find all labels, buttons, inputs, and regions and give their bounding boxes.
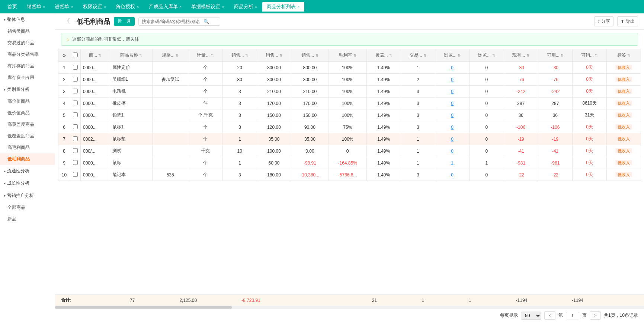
row-browse1[interactable]: 0	[435, 169, 470, 181]
sidebar-item-low-coverage[interactable]: 低覆盖度商品	[0, 130, 55, 142]
sidebar-item-low-value[interactable]: 低价值商品	[0, 107, 55, 119]
sidebar-item-high-value[interactable]: 高价值商品	[0, 96, 55, 107]
close-icon[interactable]: ×	[297, 4, 299, 9]
row-browse1[interactable]: 0	[435, 86, 470, 98]
row-transaction: 1	[401, 62, 435, 74]
row-unit: 个	[188, 121, 222, 133]
col-current-stock[interactable]: 现有... ⇅	[504, 49, 538, 62]
col-code[interactable]: 商... ⇅	[81, 49, 110, 62]
row-browse1[interactable]: 0	[435, 62, 470, 74]
col-coverage[interactable]: 覆盖... ⇅	[366, 49, 401, 62]
sidebar-item-sales-goods[interactable]: 销售类商品	[0, 26, 55, 37]
close-icon[interactable]: ×	[137, 4, 139, 9]
close-icon[interactable]: ×	[71, 4, 73, 9]
row-sales-price: 210.00	[257, 86, 291, 98]
row-sales-price: 35.00	[257, 133, 291, 145]
export-btn[interactable]: ⬆ 导出	[617, 16, 638, 26]
sidebar-item-inventory-capital[interactable]: 库存资金占用	[0, 72, 55, 83]
page-number-input[interactable]	[566, 312, 579, 319]
row-tag: 低收入	[607, 145, 641, 157]
col-gross-margin[interactable]: 毛利率 ⇅	[329, 49, 366, 62]
close-icon[interactable]: ×	[255, 4, 257, 9]
search-icon[interactable]: 🔍	[204, 19, 209, 24]
sidebar-group-category[interactable]: ▾ 类别量分析	[0, 83, 55, 96]
close-icon[interactable]: ×	[222, 4, 224, 9]
sidebar-item-all-goods[interactable]: 全部商品	[0, 202, 55, 213]
horizontal-scrollbar[interactable]	[55, 306, 644, 309]
row-current-stock: -22	[504, 169, 538, 181]
nav-home[interactable]: 首页	[3, 2, 22, 12]
date-filter-btn[interactable]: 近一月	[114, 17, 135, 26]
sidebar-group-overall[interactable]: ▾ 整体信息	[0, 13, 55, 26]
row-sales-qty: 1	[222, 133, 257, 145]
close-icon[interactable]: ×	[43, 4, 45, 9]
nav-product-analysis[interactable]: 商品分析 ×	[230, 2, 262, 12]
row-checkbox[interactable]	[70, 133, 81, 145]
row-sales-amount: 150.00	[291, 109, 329, 121]
sidebar-group-growth[interactable]: ▸ 成长性分析	[0, 177, 55, 189]
row-checkbox[interactable]	[70, 98, 81, 109]
sidebar-group-marketing[interactable]: ▾ 营销推广分析	[0, 189, 55, 202]
next-page-btn[interactable]: ＞	[590, 311, 601, 320]
sidebar-item-traded-goods[interactable]: 交易过的商品	[0, 37, 55, 49]
col-spec[interactable]: 规格... ⇅	[152, 49, 188, 62]
row-checkbox[interactable]	[70, 109, 81, 121]
sidebar-item-low-margin[interactable]: 低毛利商品	[0, 153, 55, 165]
row-current-stock: 287	[504, 98, 538, 109]
nav-template[interactable]: 单据模板设置 ×	[187, 2, 228, 12]
row-checkbox[interactable]	[70, 62, 81, 74]
col-unit[interactable]: 计量... ⇅	[188, 49, 222, 62]
row-browse1[interactable]: 0	[435, 133, 470, 145]
row-name: 测试	[110, 145, 152, 157]
col-available[interactable]: 可用... ⇅	[538, 49, 572, 62]
share-btn[interactable]: ⤴ 分享	[594, 16, 613, 26]
row-saleable: 0天	[572, 145, 606, 157]
col-settings[interactable]: ⚙	[58, 49, 70, 62]
row-checkbox[interactable]	[70, 169, 81, 181]
col-checkbox[interactable]	[70, 49, 81, 62]
col-browse2[interactable]: 浏览... ⇅	[470, 49, 504, 62]
select-all-checkbox[interactable]	[73, 52, 78, 57]
nav-sales[interactable]: 销货单 ×	[22, 2, 49, 12]
col-sales-price[interactable]: 销售... ⇅	[257, 49, 291, 62]
prev-page-btn[interactable]: ＜	[544, 311, 555, 320]
row-browse1[interactable]: 0	[435, 74, 470, 86]
col-saleable[interactable]: 可销... ⇅	[572, 49, 606, 62]
sidebar-item-category-rate[interactable]: 商品分类销售率	[0, 49, 55, 60]
sidebar-item-high-coverage[interactable]: 高覆盖度商品	[0, 119, 55, 130]
col-sales-amount[interactable]: 销售... ⇅	[291, 49, 329, 62]
row-no: 3	[58, 86, 70, 98]
row-checkbox[interactable]	[70, 86, 81, 98]
row-browse1[interactable]: 0	[435, 98, 470, 109]
row-checkbox[interactable]	[70, 74, 81, 86]
sidebar-group-flow[interactable]: ▸ 流通性分析	[0, 165, 55, 177]
row-checkbox[interactable]	[70, 157, 81, 169]
close-icon[interactable]: ×	[104, 4, 106, 9]
row-browse1[interactable]: 0	[435, 121, 470, 133]
row-checkbox[interactable]	[70, 121, 81, 133]
row-browse1[interactable]: 0	[435, 145, 470, 157]
row-browse1[interactable]: 1	[435, 157, 470, 169]
col-tag[interactable]: 标签 ⇅	[607, 49, 641, 62]
close-icon[interactable]: ×	[179, 4, 182, 9]
col-browse1[interactable]: 浏览... ⇅	[435, 49, 470, 62]
sidebar-item-inventory-goods[interactable]: 有库存的商品	[0, 60, 55, 72]
row-tag: 低收入	[607, 109, 641, 121]
col-sales-qty[interactable]: 销售... ⇅	[222, 49, 257, 62]
sidebar-item-new-goods[interactable]: 新品	[0, 213, 55, 225]
sidebar-item-high-margin[interactable]: 高毛利商品	[0, 142, 55, 153]
row-browse1[interactable]: 0	[435, 109, 470, 121]
nav-product-analysis-list[interactable]: 商品分析列表 ×	[262, 2, 304, 12]
row-checkbox[interactable]	[70, 145, 81, 157]
row-available: -19	[538, 133, 572, 145]
search-input[interactable]	[142, 19, 201, 24]
nav-permissions[interactable]: 权限设置 ×	[79, 2, 110, 12]
nav-roles[interactable]: 角色授权 ×	[111, 2, 143, 12]
col-transaction[interactable]: 交易... ⇅	[401, 49, 435, 62]
nav-product-entry[interactable]: 产成品入库单 ×	[144, 2, 186, 12]
page-size-select[interactable]: 50 20 100	[521, 312, 541, 320]
nav-purchase[interactable]: 进货单 ×	[50, 2, 77, 12]
col-name[interactable]: 商品名称 ⇅	[110, 49, 152, 62]
row-available: 287	[538, 98, 572, 109]
sidebar-collapse-btn[interactable]: 《	[61, 17, 73, 25]
